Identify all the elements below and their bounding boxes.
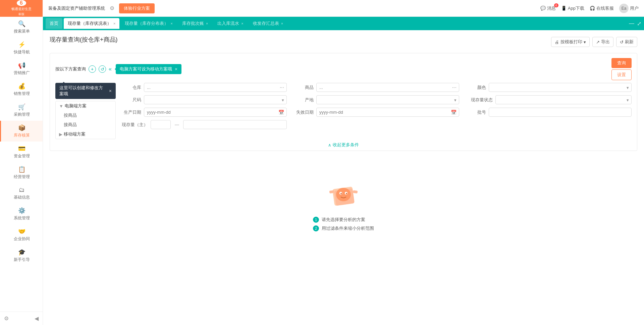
filter-refresh-button[interactable]: ↺ bbox=[99, 65, 106, 73]
filter-add-button[interactable]: + bbox=[89, 65, 96, 73]
collapse-label: 收起更多条件 bbox=[333, 142, 359, 148]
sidebar-item-sales[interactable]: 💰 销售管理 bbox=[0, 79, 43, 100]
scheme-item-by-goods2[interactable]: 接商品 bbox=[56, 120, 115, 129]
tab-collect[interactable]: 收发存汇总表 × bbox=[249, 18, 287, 29]
setting-button[interactable]: 设置 bbox=[611, 69, 632, 80]
filter-origin: 产地 ▾ bbox=[293, 95, 459, 104]
tip-num-2: 2 bbox=[313, 225, 319, 231]
logo-icon: 6 bbox=[17, 0, 26, 6]
user-area[interactable]: Ea 用户 bbox=[619, 4, 639, 13]
tab-fullscreen-icon[interactable]: ⤢ bbox=[637, 20, 641, 27]
svg-rect-8 bbox=[353, 190, 358, 194]
mobile-icon: 📱 bbox=[561, 6, 567, 11]
empty-tips: 1 请先选择要分析的方案 2 用过滤条件来缩小分析范围 bbox=[313, 217, 374, 231]
collapse-icon[interactable]: ◀ bbox=[35, 315, 39, 322]
print-icon: 🖨 bbox=[555, 40, 559, 45]
topbar: 装备及固定资产辅助管理系统 ⚙ 体验行业方案 💬 消息 6 📱 App下载 🎧 … bbox=[43, 0, 644, 17]
collapse-up-icon: ∧ bbox=[328, 143, 331, 148]
tooltip2-close[interactable]: × bbox=[109, 88, 112, 94]
sidebar-item-marketing[interactable]: 📢 营销推广 bbox=[0, 58, 43, 79]
topbar-right: 💬 消息 6 📱 App下载 🎧 在线客服 Ea 用户 bbox=[540, 4, 639, 13]
filter-goods: 商品 ··· bbox=[293, 83, 459, 92]
arrow-down-icon: ▼ bbox=[59, 104, 63, 109]
produce-date-calendar-icon[interactable]: 📅 bbox=[278, 110, 284, 115]
tab-close-icon[interactable]: × bbox=[241, 21, 243, 25]
tab-batch[interactable]: 库存批次账 × bbox=[178, 18, 212, 29]
goods-input[interactable] bbox=[316, 83, 459, 92]
empty-illustration bbox=[323, 178, 364, 211]
size-label: 尺码 bbox=[121, 97, 141, 103]
experience-btn[interactable]: 体验行业方案 bbox=[119, 3, 155, 13]
sidebar-item-enterprise[interactable]: 🤝 企业协同 bbox=[0, 224, 43, 245]
main-area: 装备及固定资产辅助管理系统 ⚙ 体验行业方案 💬 消息 6 📱 App下载 🎧 … bbox=[43, 0, 644, 325]
settings-icon[interactable]: ⚙ bbox=[4, 315, 9, 322]
tab-inventory-status[interactable]: 现存量（库存状况表） × bbox=[64, 18, 119, 29]
sidebar: 6 畅通道好生意 标版 🔍 搜索菜单 ⚡ 快捷导航 📢 营销推广 💰 销售管理 … bbox=[0, 0, 43, 325]
export-button[interactable]: ↗ 导出 bbox=[592, 37, 613, 47]
sidebar-item-label: 资金管理 bbox=[14, 153, 30, 159]
tooltip1-close[interactable]: × bbox=[175, 66, 177, 72]
online-support-button[interactable]: 🎧 在线客服 bbox=[590, 5, 614, 11]
refresh-button[interactable]: ↺ 刷新 bbox=[616, 37, 637, 47]
origin-select[interactable] bbox=[316, 95, 459, 104]
sidebar-item-operation[interactable]: 📋 经营管理 bbox=[0, 162, 43, 183]
produce-date-label: 生产日期 bbox=[121, 109, 141, 115]
warehouse-input[interactable] bbox=[144, 83, 287, 92]
tab-close-icon[interactable]: × bbox=[281, 21, 283, 25]
finance-icon: 💳 bbox=[18, 145, 25, 152]
batch-no-input[interactable] bbox=[489, 108, 632, 117]
size-select[interactable] bbox=[144, 95, 287, 104]
sidebar-item-basic[interactable]: 🗂 基础信息 bbox=[0, 183, 43, 204]
sidebar-item-label: 库存核算 bbox=[14, 132, 30, 138]
scheme-pc-group[interactable]: ▼ 电脑端方案 bbox=[56, 101, 115, 111]
scheme-tooltip-2: 这里可以创建和修改方案哦 × bbox=[55, 83, 116, 99]
message-icon: 💬 bbox=[540, 6, 546, 11]
warehouse-dots-icon[interactable]: ··· bbox=[280, 85, 284, 91]
sidebar-item-system[interactable]: ⚙️ 系统管理 bbox=[0, 204, 43, 224]
goods-dots-icon[interactable]: ··· bbox=[452, 85, 457, 91]
tab-inventory-dist[interactable]: 现存量（库存分布表） × bbox=[121, 18, 176, 29]
operation-icon: 📋 bbox=[18, 166, 25, 173]
sidebar-item-search[interactable]: 🔍 搜索菜单 bbox=[0, 17, 43, 38]
stock-main-from-input[interactable] bbox=[151, 120, 171, 129]
tip-text-1: 请先选择要分析的方案 bbox=[322, 217, 365, 223]
query-button[interactable]: 查询 bbox=[611, 58, 632, 68]
sidebar-item-purchase[interactable]: 🛒 采购管理 bbox=[0, 100, 43, 121]
page-title: 现存量查询(按仓库+商品) bbox=[50, 36, 118, 44]
tab-collect-label: 收发存汇总表 bbox=[253, 20, 279, 26]
tab-close-icon[interactable]: × bbox=[206, 21, 208, 25]
color-select[interactable] bbox=[489, 83, 632, 92]
brand-tag: 标版 bbox=[17, 12, 25, 17]
expire-date-calendar-icon[interactable]: 📅 bbox=[451, 110, 457, 115]
scheme-mobile-group[interactable]: ▶ 移动端方案 bbox=[56, 129, 115, 139]
tab-shrink-icon[interactable]: — bbox=[629, 20, 634, 26]
topbar-gear-icon[interactable]: ⚙ bbox=[110, 5, 114, 11]
refresh-icon: ↺ bbox=[620, 40, 624, 45]
filter-back-button[interactable]: « bbox=[109, 66, 112, 72]
sidebar-item-label: 销售管理 bbox=[14, 91, 30, 97]
tab-close-icon[interactable]: × bbox=[113, 21, 115, 25]
tab-close-icon[interactable]: × bbox=[170, 21, 172, 25]
online-support-label: 在线客服 bbox=[596, 5, 614, 11]
sidebar-nav: 🔍 搜索菜单 ⚡ 快捷导航 📢 营销推广 💰 销售管理 🛒 采购管理 📦 库存核… bbox=[0, 17, 43, 312]
basic-icon: 🗂 bbox=[19, 186, 25, 194]
sidebar-item-quick[interactable]: ⚡ 快捷导航 bbox=[0, 38, 43, 58]
tab-inout[interactable]: 出入库流水 × bbox=[213, 18, 247, 29]
sidebar-item-newguide[interactable]: 🎓 新手引导 bbox=[0, 245, 43, 266]
sidebar-item-finance[interactable]: 💳 资金管理 bbox=[0, 142, 43, 162]
scheme-item-by-goods[interactable]: 按商品 bbox=[56, 111, 115, 120]
sidebar-item-inventory[interactable]: 📦 库存核算 bbox=[0, 121, 43, 142]
brand-name: 畅通道好生意 bbox=[11, 7, 32, 11]
collapse-button[interactable]: ∧ 收起更多条件 bbox=[55, 139, 632, 151]
expire-date-input[interactable] bbox=[316, 108, 459, 117]
print-button[interactable]: 🖨 按模板打印 ▾ bbox=[551, 37, 590, 47]
app-download-button[interactable]: 📱 App下载 bbox=[561, 5, 584, 11]
message-button[interactable]: 💬 消息 6 bbox=[540, 5, 556, 11]
produce-date-input[interactable] bbox=[144, 108, 287, 117]
inv-status-select[interactable] bbox=[495, 95, 632, 104]
stock-main-to-input[interactable] bbox=[183, 120, 287, 129]
purchase-icon: 🛒 bbox=[18, 103, 25, 111]
tab-home[interactable]: 首页 bbox=[46, 18, 62, 29]
goods-label: 商品 bbox=[293, 85, 314, 91]
stock-main-label: 现存量（主） bbox=[121, 122, 148, 128]
